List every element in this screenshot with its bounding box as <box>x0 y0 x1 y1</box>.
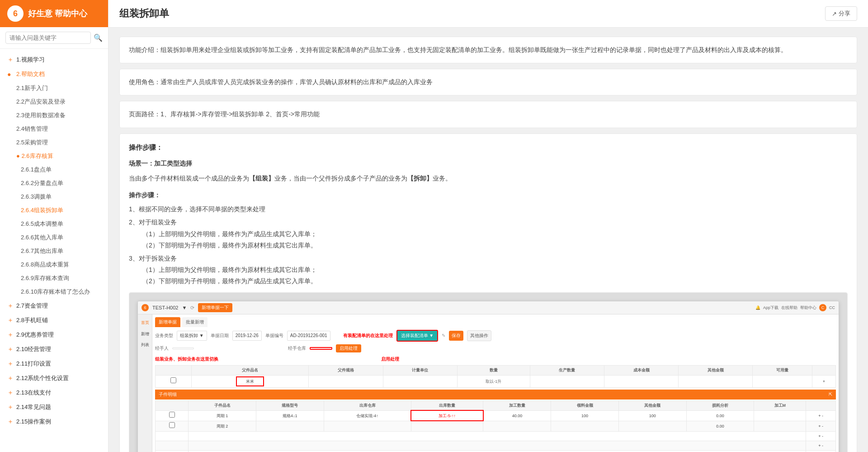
app-date-value[interactable]: 2019-12-26 <box>232 331 262 341</box>
sidebar-item-install[interactable]: 2.2产品安装及登录 <box>0 95 108 109</box>
nav-section-215: ＋ 2.15操作案例 <box>0 414 108 429</box>
sidebar-item-personalize[interactable]: ＋ 2.12系统个性化设置 <box>0 371 108 385</box>
sidebar-item-video[interactable]: ＋ 1.视频学习 <box>0 52 108 67</box>
intro-card: 功能介绍：组装拆卸单用来处理企业组装或拆卸等加工业务，支持有固定装配清单的产品加… <box>119 37 857 63</box>
search-bar: 🔍 <box>0 27 108 49</box>
annotation-2: 组装业务、拆卸业务在这里切换 <box>155 355 218 363</box>
sidebar-item-helpdoc[interactable]: ● 2.帮助文档 <box>0 67 108 81</box>
row-checkbox[interactable] <box>170 377 176 383</box>
sidebar-item-pay[interactable]: ＋ 2.13在线支付 <box>0 385 108 400</box>
sidebar-item-inventory[interactable]: ● 2.6库存核算 <box>0 149 108 163</box>
app-username: CC <box>829 304 835 311</box>
plus-icon-214: ＋ <box>7 403 14 411</box>
sidebar-item-stocktake[interactable]: 2.6.1盘点单 <box>0 163 108 176</box>
sidebar-item-sales[interactable]: 2.4销售管理 <box>0 122 108 136</box>
sidebar-item-mobile-label: 2.8手机旺铺 <box>16 316 48 324</box>
sidebar-item-mobile[interactable]: ＋ 2.8手机旺铺 <box>0 313 108 328</box>
lower-table-row-2: 周期 2 0.00 <box>156 421 836 431</box>
lower-col-damage: 损耗分析 <box>686 400 754 410</box>
plus-icon-215: ＋ <box>7 418 14 426</box>
sidebar-item-purchase[interactable]: 2.5采购管理 <box>0 136 108 149</box>
minus-icon-inv: ● <box>16 152 21 159</box>
sidebar-item-cost-recalc[interactable]: 2.6.8商品成本重算 <box>0 258 108 271</box>
lower-col-action <box>806 400 836 410</box>
sidebar-item-faq[interactable]: ＋ 2.14常见问题 <box>0 400 108 414</box>
ops-title: 操作步骤： <box>129 141 848 153</box>
app-form-row-1: 业务类型 组装拆卸 ▼ 单据日期 2019-12-26 单据编号 AD-2019… <box>155 330 836 342</box>
nav-section-2: ● 2.帮助文档 2.1新手入门 2.2产品安装及登录 2.3使用前数据准备 2… <box>0 67 108 299</box>
sidebar-item-coupon[interactable]: ＋ 2.9优惠券管理 <box>0 328 108 342</box>
sidebar-item-inv-ledger[interactable]: 2.6.9库存账本查询 <box>0 271 108 285</box>
app-other-btn[interactable]: 其他操作 <box>467 330 491 341</box>
step-2-1: （1）上部明细为父件明细，最终作为产成品生成其它入库单； <box>129 228 848 240</box>
app-tab-batch[interactable]: 批量新增 <box>182 317 208 327</box>
sidebar-item-ops[interactable]: ＋ 2.10经营管理 <box>0 342 108 357</box>
main-area: 组装拆卸单 ↗ 分享 功能介绍：组装拆卸单用来处理企业组装或拆卸等加工业务，支持… <box>108 0 868 452</box>
sidebar-item-print[interactable]: ＋ 2.11打印设置 <box>0 357 108 371</box>
nav-section-214: ＋ 2.14常见问题 <box>0 400 108 414</box>
nav-section-212: ＋ 2.12系统个性化设置 <box>0 371 108 385</box>
col-available: 可用量 <box>753 366 812 375</box>
sidebar-item-transfer[interactable]: 2.6.3调拨单 <box>0 190 108 204</box>
sidebar-item-ops-label: 2.10经营管理 <box>16 345 51 353</box>
sidebar-item-newbie[interactable]: 2.1新手入门 <box>0 81 108 95</box>
step-2-2: （2）下部明细为子件明细，最终作为原材料生成其它出库单。 <box>129 240 848 251</box>
sidebar-item-video-label: 1.视频学习 <box>16 56 45 64</box>
app-bill-label: 单据编号 <box>265 332 283 340</box>
app-form-area: 业务类型 组装拆卸 ▼ 单据日期 2019-12-26 单据编号 AD-2019… <box>155 330 836 363</box>
lower-table-row-4: + - <box>156 441 836 451</box>
lower-row-check-2[interactable] <box>169 422 175 428</box>
app-refresh-icon: ⟳ <box>190 304 194 313</box>
scene-title: 场景一：加工类型选择 <box>129 158 848 169</box>
sidebar-item-cases[interactable]: ＋ 2.15操作案例 <box>0 414 108 429</box>
upper-name-input[interactable]: 米米 <box>236 376 264 386</box>
step-title: 操作步骤： <box>129 190 848 201</box>
lower-row-check-1[interactable] <box>169 412 175 418</box>
app-new-btn[interactable]: 新增单据一下 <box>198 303 232 312</box>
role-card: 使用角色：通常由生产人员或库管人员完成拆装业务的操作，库管人员确认原材料的出库和… <box>119 69 857 95</box>
app-tab-new[interactable]: 新增单据 <box>155 317 180 327</box>
col-parent-spec: 父件规格 <box>309 366 383 375</box>
lower-col-check <box>156 400 189 410</box>
sidebar-item-finance[interactable]: ＋ 2.7资金管理 <box>0 299 108 313</box>
intro-text: 功能介绍：组装拆卸单用来处理企业组装或拆卸等加工业务，支持有固定装配清单的产品加… <box>129 44 848 56</box>
lower-col-material: 领料金额 <box>551 400 619 410</box>
search-input[interactable] <box>5 32 91 44</box>
step-1: 1、根据不同的业务，选择不同单据的类型来处理 <box>129 204 848 215</box>
sidebar-item-other-in[interactable]: 2.6.6其他入库单 <box>0 231 108 244</box>
share-button[interactable]: ↗ 分享 <box>825 6 857 21</box>
app-save-btn[interactable]: 保存 <box>449 331 463 341</box>
sidebar-item-assembly[interactable]: 2.6.4组装拆卸单 <box>0 204 108 217</box>
app-select-btn[interactable]: 选择装配清单 ▼ <box>396 330 439 342</box>
share-icon: ↗ <box>832 10 837 17</box>
col-parent-name: 父件品名 <box>192 366 309 375</box>
app-logo-small: 6 <box>142 304 149 311</box>
search-icon[interactable]: 🔍 <box>94 33 103 42</box>
sidebar-item-finance-label: 2.7资金管理 <box>16 302 48 310</box>
expand-icon: ⇱ <box>829 390 832 399</box>
lower-col-outqty: 出库数量 <box>411 400 483 410</box>
app-process-btn[interactable]: 启用处理 <box>336 344 361 352</box>
sidebar-item-cost-adjust[interactable]: 2.6.5成本调整单 <box>0 217 108 231</box>
nav-section-28: ＋ 2.8手机旺铺 <box>0 313 108 328</box>
sidebar-item-inv-error[interactable]: 2.6.10库存账本错了怎么办 <box>0 285 108 299</box>
app-avatar: C <box>819 304 826 311</box>
logo-icon: 6 <box>7 5 24 22</box>
lower-table-row-1: 周期 1 规格4↓1 仓储实现-4↑ 加工-5-↑↑ 40.00 100 100 <box>156 410 836 421</box>
app-type-label: 业务类型 <box>155 332 173 340</box>
app-handler-input[interactable] <box>172 347 194 349</box>
sidebar-item-personalize-label: 2.12系统个性化设置 <box>16 374 69 382</box>
sidebar-item-data-prep[interactable]: 2.3使用前数据准备 <box>0 109 108 122</box>
app-sidebar-icons: 首页 新增 列表 <box>138 314 152 353</box>
app-warehouse-input[interactable] <box>310 347 332 350</box>
app-title-bar: 6 TEST-H002 ▼ ⟳ 新增单据一下 🔔 App下载 在线帮助 帮助中心 <box>138 301 839 314</box>
app-sidebar-new: 新增 <box>138 328 152 339</box>
app-tab-area: 新增单据 批量新增 <box>155 317 836 327</box>
app-type-value[interactable]: 组装拆卸 ▼ <box>177 331 207 341</box>
sidebar-item-partial-stocktake[interactable]: 2.6.2分量盘点单 <box>0 176 108 190</box>
app-bill-value[interactable]: AD-20191226-001 <box>287 331 330 341</box>
upper-cell-prodqty <box>530 375 604 387</box>
nav-section-27: ＋ 2.7资金管理 <box>0 299 108 313</box>
sidebar-item-faq-label: 2.14常见问题 <box>16 403 51 411</box>
sidebar-item-other-out[interactable]: 2.6.7其他出库单 <box>0 244 108 258</box>
